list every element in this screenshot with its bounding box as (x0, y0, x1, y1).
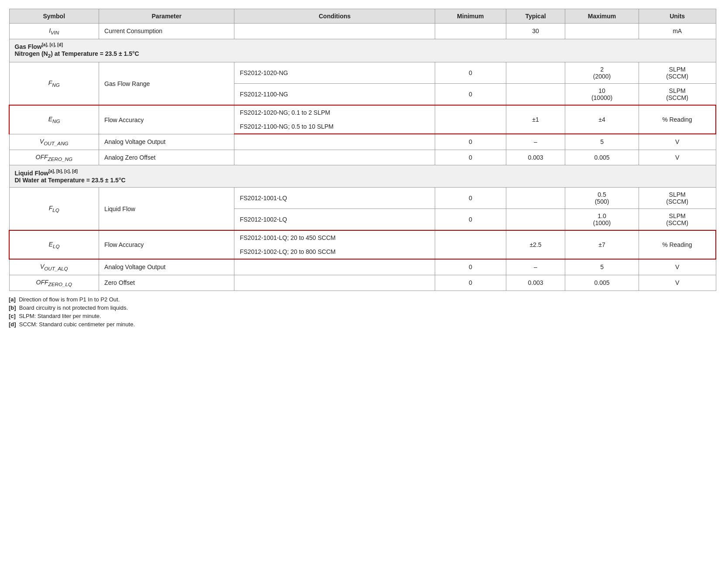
gas-flow-section-header: Gas Flow[a], [c], [d] Nitrogen (N2) at T… (9, 39, 716, 62)
ivin-units: mA (639, 24, 716, 39)
flq-typ-1 (506, 188, 565, 209)
vout-alq-parameter: Analog Voltage Output (99, 259, 234, 275)
fng-max-1: 2(2000) (565, 62, 639, 84)
current-consumption-row: IVIN Current Consumption 30 mA (9, 24, 716, 39)
flq-conditions-1: FS2012-1001-LQ (234, 188, 435, 209)
fng-units-2: SLPM(SCCM) (639, 84, 716, 106)
eng-units-1: % Reading (639, 105, 716, 134)
vout-alq-row: VOUT_ALQ Analog Voltage Output 0 – 5 V (9, 259, 716, 275)
fng-conditions-1: FS2012-1020-NG (234, 62, 435, 84)
vout-ang-typical: – (506, 134, 565, 150)
spec-table: Symbol Parameter Conditions Minimum Typi… (9, 9, 716, 291)
offzero-ng-conditions (234, 150, 435, 165)
offzero-lq-symbol: OFFZERO_LQ (9, 275, 99, 291)
eng-parameter: Flow Accuracy (99, 105, 234, 134)
elq-row1: ELQ Flow Accuracy FS2012-1001-LQ; 20 to … (9, 230, 716, 245)
vout-ang-units: V (639, 134, 716, 150)
fng-typ-2 (506, 84, 565, 106)
ivin-minimum (435, 24, 506, 39)
elq-min-1 (435, 230, 506, 259)
offzero-lq-typical: 0.003 (506, 275, 565, 291)
gas-flow-title: Gas Flow[a], [c], [d] (15, 43, 63, 50)
offzero-lq-row: OFFZERO_LQ Zero Offset 0 0.003 0.005 V (9, 275, 716, 291)
liquid-flow-subtitle: DI Water at Temperature = 23.5 ± 1.5°C (15, 177, 126, 184)
offzero-ng-units: V (639, 150, 716, 165)
elq-typ-1: ±2.5 (506, 230, 565, 259)
offzero-ng-symbol: OFFZERO_NG (9, 150, 99, 165)
liquid-flow-section-header: Liquid Flow[a], [b], [c], [d] DI Water a… (9, 165, 716, 188)
elq-symbol: ELQ (9, 230, 99, 259)
offzero-ng-typical: 0.003 (506, 150, 565, 165)
offzero-lq-parameter: Zero Offset (99, 275, 234, 291)
ivin-typical: 30 (506, 24, 565, 39)
footnotes: [a] Direction of flow is from P1 In to P… (9, 296, 716, 328)
vout-alq-minimum: 0 (435, 259, 506, 275)
footnote-a: [a] Direction of flow is from P1 In to P… (9, 296, 716, 303)
eng-conditions-1: FS2012-1020-NG; 0.1 to 2 SLPM (234, 105, 435, 120)
elq-max-1: ±7 (565, 230, 639, 259)
flq-symbol: FLQ (9, 188, 99, 231)
liquid-flow-title: Liquid Flow[a], [b], [c], [d] (15, 170, 78, 177)
eng-row1: ENG Flow Accuracy FS2012-1020-NG; 0.1 to… (9, 105, 716, 120)
fng-max-2: 10(10000) (565, 84, 639, 106)
fng-row1: FNG Gas Flow Range FS2012-1020-NG 0 2(20… (9, 62, 716, 84)
offzero-lq-minimum: 0 (435, 275, 506, 291)
vout-ang-minimum: 0 (435, 134, 506, 150)
eng-min-1 (435, 105, 506, 134)
flq-min-1: 0 (435, 188, 506, 209)
eng-conditions-2: FS2012-1100-NG; 0.5 to 10 SLPM (234, 120, 435, 134)
offzero-ng-parameter: Analog Zero Offset (99, 150, 234, 165)
vout-alq-typical: – (506, 259, 565, 275)
flq-max-1: 0.5(500) (565, 188, 639, 209)
vout-alq-conditions (234, 259, 435, 275)
eng-typ-1: ±1 (506, 105, 565, 134)
header-symbol: Symbol (9, 9, 99, 24)
flq-conditions-2: FS2012-1002-LQ (234, 209, 435, 231)
offzero-lq-conditions (234, 275, 435, 291)
vout-ang-row: VOUT_ANG Analog Voltage Output 0 – 5 V (9, 134, 716, 150)
eng-symbol: ENG (9, 105, 99, 134)
flq-max-2: 1.0(1000) (565, 209, 639, 231)
fng-parameter: Gas Flow Range (99, 62, 234, 106)
footnote-c: [c] SLPM: Standard liter per minute. (9, 313, 716, 319)
ivin-maximum (565, 24, 639, 39)
gas-flow-superscript: [a], [c], [d] (42, 43, 63, 48)
ivin-parameter: Current Consumption (99, 24, 234, 39)
header-minimum: Minimum (435, 9, 506, 24)
flq-units-2: SLPM(SCCM) (639, 209, 716, 231)
gas-flow-subtitle: Nitrogen (N2) at Temperature = 23.5 ± 1.… (15, 50, 139, 57)
eng-max-1: ±4 (565, 105, 639, 134)
flq-typ-2 (506, 209, 565, 231)
vout-ang-maximum: 5 (565, 134, 639, 150)
footnote-b: [b] Board circuitry is not protected fro… (9, 304, 716, 311)
flq-units-1: SLPM(SCCM) (639, 188, 716, 209)
fng-symbol: FNG (9, 62, 99, 106)
fng-min-1: 0 (435, 62, 506, 84)
elq-conditions-1: FS2012-1001-LQ; 20 to 450 SCCM (234, 230, 435, 245)
vout-ang-conditions (234, 134, 435, 150)
header-conditions: Conditions (234, 9, 435, 24)
header-parameter: Parameter (99, 9, 234, 24)
offzero-lq-units: V (639, 275, 716, 291)
ivin-conditions (234, 24, 435, 39)
offzero-ng-minimum: 0 (435, 150, 506, 165)
header-typical: Typical (506, 9, 565, 24)
vout-alq-maximum: 5 (565, 259, 639, 275)
vout-alq-symbol: VOUT_ALQ (9, 259, 99, 275)
elq-units-1: % Reading (639, 230, 716, 259)
flq-min-2: 0 (435, 209, 506, 231)
elq-conditions-2: FS2012-1002-LQ; 20 to 800 SCCM (234, 245, 435, 259)
liquid-flow-superscript: [a], [b], [c], [d] (48, 169, 78, 174)
offzero-ng-maximum: 0.005 (565, 150, 639, 165)
fng-min-2: 0 (435, 84, 506, 106)
flq-row1: FLQ Liquid Flow FS2012-1001-LQ 0 0.5(500… (9, 188, 716, 209)
flq-parameter: Liquid Flow (99, 188, 234, 231)
fng-units-1: SLPM(SCCM) (639, 62, 716, 84)
fng-conditions-2: FS2012-1100-NG (234, 84, 435, 106)
vout-ang-parameter: Analog Voltage Output (99, 134, 234, 150)
vout-alq-units: V (639, 259, 716, 275)
header-maximum: Maximum (565, 9, 639, 24)
elq-parameter: Flow Accuracy (99, 230, 234, 259)
footnote-d: [d] SCCM: Standard cubic centimeter per … (9, 321, 716, 328)
vout-ang-symbol: VOUT_ANG (9, 134, 99, 150)
